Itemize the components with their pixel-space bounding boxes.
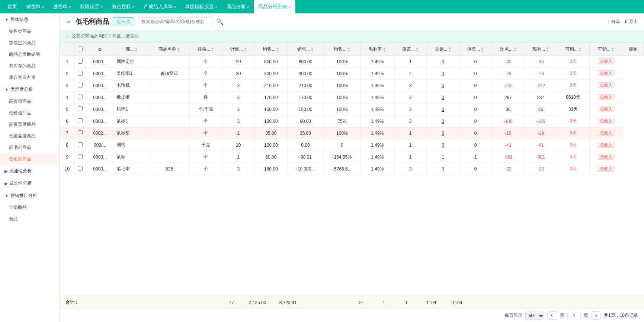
cell-browse1[interactable]: 0 [427,68,459,80]
sidebar-item-high-profit[interactable]: 高毛利商品 [0,142,59,153]
nav-role-auth[interactable]: 角色授权 × [107,0,139,13]
share-icon: ⤴ [608,19,610,24]
sidebar-item-traded-products[interactable]: 交易过的商品 [0,37,59,49]
cell-check[interactable] [75,68,86,80]
row-checkbox[interactable] [78,130,83,135]
th-sales-profit: 销售...▲▼ [324,43,361,56]
nav-close-purchase-order[interactable]: × [68,4,71,9]
cell-browse1[interactable]: 0 [427,115,459,127]
cell-check[interactable] [75,151,86,163]
cell-name: 属性定价 [114,56,149,68]
page-number-input[interactable] [567,312,581,319]
th-current-stock: 现有...▲▼ [524,43,557,56]
nav-home[interactable]: 首页 [3,0,22,13]
cell-current-stock: -242 [492,80,525,92]
cell-browse1[interactable]: 0 [427,103,459,115]
cell-check[interactable] [75,92,86,103]
cell-check[interactable] [75,115,86,127]
cell-check[interactable] [75,80,86,92]
row-checkbox[interactable] [78,59,83,64]
nav-purchase-order[interactable]: 进货单 × [48,0,75,13]
export-button[interactable]: ⬇ 导出 [624,19,638,25]
search-button[interactable]: 🔍 [216,18,224,25]
settings-icon[interactable]: ⚙ [98,47,102,52]
cell-browse1[interactable]: 0 [427,92,459,103]
nav-close-product-entry[interactable]: × [174,4,176,9]
row-checkbox[interactable] [78,118,83,123]
nav-close-sales-order[interactable]: × [42,4,44,9]
nav-product-analysis[interactable]: 商品分析 × [222,0,254,13]
nav-permission-settings[interactable]: 权限设置 × [76,0,107,13]
cell-check[interactable] [75,163,86,175]
cell-unit: 个 [190,151,222,163]
sidebar-item-stock-capital[interactable]: 库存资金占用 [0,72,59,83]
nav-close-role-auth[interactable]: × [132,4,134,9]
sidebar-item-all-products[interactable]: 全部商品 [0,202,59,213]
nav-template-settings[interactable]: 单据模板设置 × [180,0,222,13]
th-settings[interactable]: ⚙ [86,43,114,56]
row-checkbox[interactable] [78,71,83,76]
page-header: « 低毛利商品 近一月 🔍 ⤴ 分享 ⬇ 导出 [60,13,644,30]
sidebar-section-cluster[interactable]: ▼ 类群度分析 [0,83,59,96]
sidebar-section-marketing[interactable]: ▼ 营销推广分析 [0,189,59,202]
select-all-checkbox[interactable] [78,47,83,51]
cell-name: 铅笔1 [114,103,149,115]
cell-current-stock: 287 [492,92,525,103]
table-row: 9 0000... 鼠标 个 1 60.00 -98.91 -164.85% 1… [60,151,644,163]
sidebar-section-circulation[interactable]: ▶ 流通性分析 [0,165,59,177]
cell-check[interactable] [75,56,86,68]
sidebar-item-sales-products[interactable]: 销售类商品 [0,26,59,37]
cell-gross-rate: 0 [324,139,361,151]
cell-browse1[interactable]: 0 [427,80,459,92]
search-input[interactable] [138,17,212,26]
row-checkbox[interactable] [78,106,83,111]
nav-product-entry[interactable]: 产成品入库单 × [139,0,180,13]
nav-close-template-settings[interactable]: × [215,4,217,9]
sidebar-item-low-coverage[interactable]: 低覆盖度商品 [0,130,59,142]
sidebar-item-low-profit[interactable]: 低毛利商品 [0,153,59,165]
cell-browse1[interactable]: 0 [427,127,459,139]
next-page-button[interactable]: ＞ [591,311,601,320]
cell-browse1[interactable]: 0 [427,139,459,151]
sidebar-section-overall[interactable]: ▼ 整体信息 [0,13,59,26]
nav-close-product-analysis[interactable]: × [247,4,249,9]
cell-trade: 3 [394,115,427,127]
row-checkbox[interactable] [78,95,83,99]
sidebar-item-category-sales-rate[interactable]: 商品分类助销率 [0,49,59,60]
cell-saleable: 0天 [557,127,590,139]
row-checkbox[interactable] [78,166,83,171]
cell-browse1[interactable]: 1 [427,151,459,163]
row-checkbox[interactable] [78,83,83,87]
cell-check[interactable] [75,139,86,151]
nav-close-product-analysis-list[interactable]: × [288,4,291,9]
sidebar-item-new-products[interactable]: 新品 [0,213,59,225]
sidebar-collapse-button[interactable]: « [65,18,72,25]
th-check[interactable] [75,43,86,56]
cell-coverage: 1.49% [361,103,394,115]
share-button[interactable]: ⤴ 分享 [608,19,620,25]
prev-page-button[interactable]: ＜ [547,311,557,320]
sidebar-section-growth[interactable]: ▶ 成长性分析 [0,177,59,189]
cell-browse1[interactable]: 0 [427,56,459,68]
sidebar-item-low-value[interactable]: 低价值商品 [0,107,59,119]
cell-sales-amount: 120.00 [255,115,288,127]
cell-browse1[interactable]: 0 [427,163,459,175]
cell-available: -41 [524,139,557,151]
row-checkbox[interactable] [78,154,83,159]
row-checkbox[interactable] [78,142,83,147]
page-size-select[interactable]: 50 20 100 [525,312,544,320]
cell-check[interactable] [75,103,86,115]
cell-check[interactable] [75,127,86,139]
nav-close-permission-settings[interactable]: × [100,4,103,9]
nav-product-analysis-list[interactable]: 商品分析列表 × [254,0,295,13]
sidebar-item-high-value[interactable]: 高价值商品 [0,96,59,107]
total-records-label: 共1页，10条记录 [604,312,638,319]
nav-sales-order[interactable]: 销货单 × [22,0,48,13]
sidebar-item-high-coverage[interactable]: 高覆盖度商品 [0,119,59,130]
th-browse2: 浏览...▲▼ [492,43,525,56]
cell-num: 7 [60,127,75,139]
sidebar-item-in-stock[interactable]: 有库存的商品 [0,60,59,72]
export-icon: ⬇ [624,19,628,24]
cell-current-stock: -30 [492,56,525,68]
filter-period-button[interactable]: 近一月 [113,17,134,26]
